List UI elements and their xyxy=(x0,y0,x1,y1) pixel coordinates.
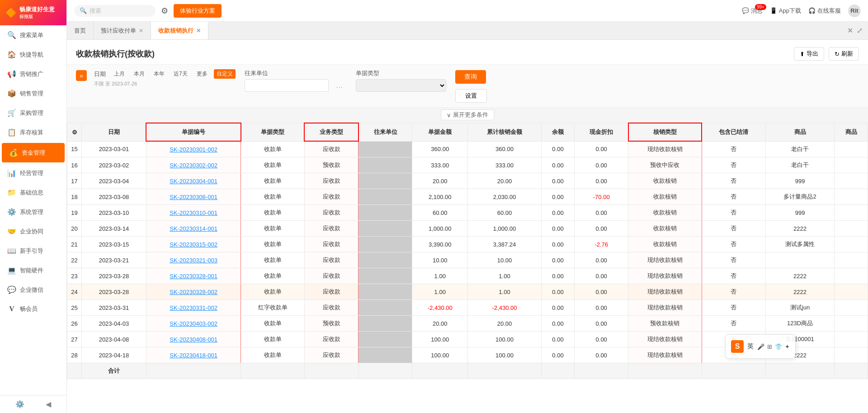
sidebar-item-collab[interactable]: 🤝 企业协同 xyxy=(0,222,66,241)
order-link[interactable]: SK-20230418-001 xyxy=(170,352,217,359)
th-settings[interactable]: ⚙ xyxy=(67,123,82,141)
query-btn[interactable]: 查询 xyxy=(455,70,486,84)
th-balance[interactable]: 余额 xyxy=(541,123,575,141)
td-order-no[interactable]: SK-20230328-002 xyxy=(146,284,241,300)
user-avatar[interactable]: Rit xyxy=(848,5,861,17)
td-amount: 360.00 xyxy=(412,141,468,157)
th-amount[interactable]: 单据金额 xyxy=(412,123,468,141)
receipt-type-select[interactable] xyxy=(356,79,446,92)
tab-home[interactable]: 首页 xyxy=(67,22,94,39)
td-order-no[interactable]: SK-20230408-001 xyxy=(146,332,241,347)
tab-cancel[interactable]: 收款核销执行 ✕ xyxy=(151,22,208,39)
td-order-no[interactable]: SK-20230301-002 xyxy=(146,141,241,157)
sidebar-item-guide[interactable]: 🏠 快捷导航 xyxy=(0,45,66,64)
order-link[interactable]: SK-20230328-001 xyxy=(170,273,217,280)
footer-cell xyxy=(835,363,868,379)
maximize-icon[interactable]: ⤢ xyxy=(857,26,863,35)
date-btn-this-year[interactable]: 本年 xyxy=(151,69,167,79)
td-order-no[interactable]: SK-20230308-001 xyxy=(146,189,241,205)
settings-footer-btn[interactable]: ⚙️ xyxy=(15,400,24,408)
order-link[interactable]: SK-20230331-002 xyxy=(170,304,217,311)
td-order-no[interactable]: SK-20230304-001 xyxy=(146,173,241,189)
sidebar-item-system[interactable]: ⚙️ 系统管理 xyxy=(0,202,66,222)
sidebar-item-basic[interactable]: 📁 基础信息 xyxy=(0,183,66,202)
order-link[interactable]: SK-20230315-002 xyxy=(170,241,217,248)
sidebar-item-operation[interactable]: 📊 经营管理 xyxy=(0,163,66,183)
filter-toggle-btn[interactable]: » xyxy=(76,70,87,81)
sidebar-item-member[interactable]: V 畅会员 xyxy=(0,299,66,318)
td-order-no[interactable]: SK-20230315-002 xyxy=(146,237,241,252)
settings-icon[interactable]: ⚙ xyxy=(161,6,168,16)
sidebar-item-purchase[interactable]: 🛒 采购管理 xyxy=(0,103,66,123)
td-counterparty: ████ xyxy=(359,252,412,268)
th-cancel-amount[interactable]: 累计核销金额 xyxy=(468,123,541,141)
sidebar-item-inventory[interactable]: 📋 库存核算 xyxy=(0,123,66,142)
date-btn-more[interactable]: 更多 xyxy=(194,69,210,79)
date-btn-this-month[interactable]: 本月 xyxy=(131,69,147,79)
date-btn-last-month[interactable]: 上月 xyxy=(111,69,127,79)
order-link[interactable]: SK-20230308-001 xyxy=(170,194,217,200)
order-link[interactable]: SK-20230301-002 xyxy=(170,146,217,153)
th-discount[interactable]: 现金折扣 xyxy=(575,123,628,141)
tab-receivables[interactable]: 预计应收付单 ✕ xyxy=(94,22,151,39)
td-order-no[interactable]: SK-20230403-002 xyxy=(146,316,241,332)
td-biz-type: 应收款 xyxy=(304,173,359,189)
order-link[interactable]: SK-20230403-002 xyxy=(170,320,217,327)
shirt-icon: 👕 xyxy=(775,343,782,350)
service-link[interactable]: 🎧 在线客服 xyxy=(808,7,841,15)
table-container[interactable]: ⚙ 日期 单据编号 单据类型 业务类型 往来单位 单据金额 累计核销金额 余额 … xyxy=(67,123,868,413)
td-order-no[interactable]: SK-20230302-002 xyxy=(146,157,241,173)
settings-sm-btn[interactable]: 设置 xyxy=(455,89,487,103)
sidebar-item-search[interactable]: 🔍 搜索菜单 xyxy=(0,25,66,45)
td-order-no[interactable]: SK-20230331-002 xyxy=(146,300,241,316)
order-link[interactable]: SK-20230310-001 xyxy=(170,209,217,216)
message-badge[interactable]: 💬 消息 99+ xyxy=(742,7,763,15)
td-order-no[interactable]: SK-20230328-001 xyxy=(146,268,241,284)
th-included[interactable]: 包含已结清 xyxy=(702,123,765,141)
sidebar-item-marketing[interactable]: 📢 营销推广 xyxy=(0,64,66,84)
collapse-btn[interactable]: ◀ xyxy=(46,400,51,408)
tab-close-cancel[interactable]: ✕ xyxy=(196,28,201,34)
export-btn[interactable]: ⬆ 导出 xyxy=(794,47,824,61)
date-btn-custom[interactable]: 自定义 xyxy=(214,69,236,79)
th-date[interactable]: 日期 xyxy=(82,123,146,141)
expand-conditions-btn[interactable]: ∨ 展开更多条件 xyxy=(441,109,494,120)
th-doc-type[interactable]: 单据类型 xyxy=(241,123,304,141)
sidebar-item-wechat[interactable]: 💬 企业微信 xyxy=(0,280,66,299)
th-counterparty[interactable]: 往来单位 xyxy=(359,123,412,141)
order-link[interactable]: SK-20230304-001 xyxy=(170,178,217,185)
date-btn-7days[interactable]: 近7天 xyxy=(171,69,190,79)
close-tab-icon[interactable]: ✕ xyxy=(847,26,853,35)
sidebar-item-hardware[interactable]: 💻 智能硬件 xyxy=(0,261,66,280)
logo-text: 畅康道好生意 xyxy=(19,5,55,14)
industry-btn[interactable]: 体验行业方案 xyxy=(174,4,222,18)
order-link[interactable]: SK-20230314-001 xyxy=(170,225,217,232)
search-bar[interactable]: 🔍 搜索 xyxy=(74,5,156,17)
td-included: 否 xyxy=(702,284,765,300)
th-biz-type[interactable]: 业务类型 xyxy=(304,123,359,141)
td-order-no[interactable]: SK-20230310-001 xyxy=(146,205,241,221)
refresh-btn[interactable]: ↻ 刷新 xyxy=(829,47,859,61)
td-order-no[interactable]: SK-20230321-003 xyxy=(146,252,241,268)
tab-close-receivables[interactable]: ✕ xyxy=(139,28,143,34)
sidebar-item-finance[interactable]: 💰 资金管理 xyxy=(2,143,65,162)
td-counterparty: ████ xyxy=(359,173,412,189)
table-row: 252023-03-31SK-20230331-002红字收款单应收款████-… xyxy=(67,300,868,316)
order-link[interactable]: SK-20230302-002 xyxy=(170,162,217,169)
order-link[interactable]: SK-20230408-001 xyxy=(170,336,217,343)
sidebar-item-sales[interactable]: 📦 销售管理 xyxy=(0,84,66,103)
th-order-no[interactable]: 单据编号 xyxy=(146,123,241,141)
th-product[interactable]: 商品 xyxy=(765,123,835,141)
td-order-no[interactable]: SK-20230418-001 xyxy=(146,347,241,363)
td-product2 xyxy=(835,268,868,284)
ellipsis-btn[interactable]: … xyxy=(332,81,347,90)
th-product2[interactable]: 商品 xyxy=(835,123,868,141)
td-cancel-type: 现结收款核销 xyxy=(628,268,702,284)
order-link[interactable]: SK-20230321-003 xyxy=(170,257,217,264)
td-order-no[interactable]: SK-20230314-001 xyxy=(146,221,241,237)
app-download-link[interactable]: 📱 App下载 xyxy=(770,7,801,15)
order-link[interactable]: SK-20230328-002 xyxy=(170,289,217,295)
th-cancel-type[interactable]: 核销类型 xyxy=(628,123,702,141)
counterparty-input[interactable] xyxy=(245,79,329,92)
sidebar-item-newbie[interactable]: 📖 新手引导 xyxy=(0,241,66,261)
